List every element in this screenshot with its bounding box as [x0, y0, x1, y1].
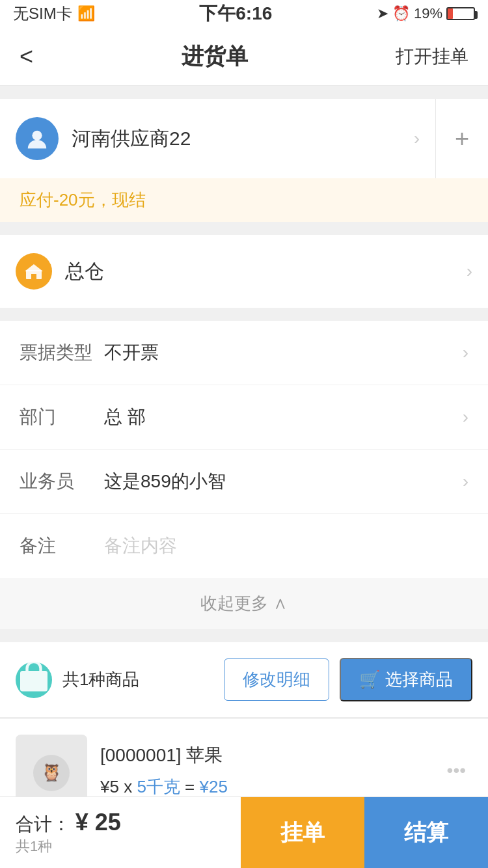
edit-detail-button[interactable]: 修改明细: [224, 658, 329, 701]
form-label-department: 部门: [20, 405, 104, 429]
product-title: 苹果: [186, 745, 223, 765]
warehouse-name: 总仓: [65, 258, 460, 285]
salesperson-chevron-icon: ›: [463, 471, 468, 492]
department-chevron-icon: ›: [463, 407, 468, 427]
wifi-icon: 📶: [77, 5, 95, 22]
form-row-invoice[interactable]: 票据类型 不开票 ›: [0, 321, 488, 385]
svg-text:🦉: 🦉: [41, 762, 62, 783]
status-right: ➤ ⏰ 19%: [377, 5, 475, 22]
quantity: 5千克: [137, 777, 180, 796]
gap-4: [0, 629, 488, 642]
supplier-chevron-icon: ›: [414, 128, 420, 149]
back-button[interactable]: <: [20, 43, 33, 70]
battery-icon: [446, 7, 475, 20]
unit-price: ¥5 x: [100, 777, 137, 796]
carrier-text: 无SIM卡: [13, 3, 72, 24]
warehouse-row[interactable]: 总仓 ›: [0, 235, 488, 308]
total-count: 共1种: [16, 837, 225, 856]
product-thumbnail: 🦉: [16, 735, 87, 806]
hang-order-button[interactable]: 挂单: [241, 797, 364, 869]
battery-fill: [448, 8, 453, 19]
products-icon: [16, 662, 52, 698]
form-row-remark[interactable]: 备注 备注内容: [0, 514, 488, 578]
battery-percent: 19%: [414, 5, 442, 22]
add-supplier-button[interactable]: +: [436, 99, 488, 178]
form-value-salesperson: 这是859的小智: [104, 469, 456, 494]
total-price: ¥25: [200, 777, 228, 796]
product-code: [0000001]: [100, 745, 186, 765]
nav-bar: < 进货单 打开挂单: [0, 27, 488, 86]
svg-point-0: [32, 131, 42, 141]
alarm-icon: ⏰: [392, 5, 410, 22]
form-label-salesperson: 业务员: [20, 469, 104, 494]
form-value-invoice: 不开票: [104, 340, 456, 365]
total-label: 合计：: [16, 814, 70, 834]
form-label-remark: 备注: [20, 534, 104, 558]
gap-1: [0, 86, 488, 99]
form-label-invoice: 票据类型: [20, 340, 104, 365]
svg-marker-2: [25, 264, 43, 271]
supplier-section: 河南供应商22 › +: [0, 99, 488, 178]
total-amount: ¥ 25: [75, 809, 121, 835]
product-count: 共1种商品: [62, 668, 213, 691]
form-row-department[interactable]: 部门 总 部 ›: [0, 385, 488, 450]
product-price-line: ¥5 x 5千克 = ¥25: [100, 776, 427, 798]
form-row-salesperson[interactable]: 业务员 这是859的小智 ›: [0, 450, 488, 514]
gap-3: [0, 308, 488, 321]
thin-gap-1: [0, 717, 488, 718]
invoice-chevron-icon: ›: [463, 342, 468, 363]
cart-icon: 🛒: [359, 670, 380, 690]
supplier-avatar: [16, 117, 59, 160]
open-pending-button[interactable]: 打开挂单: [396, 44, 468, 69]
product-name: [0000001] 苹果: [100, 743, 427, 768]
supplier-name: 河南供应商22: [72, 126, 407, 152]
select-product-button[interactable]: 🛒 选择商品: [340, 658, 472, 701]
bottom-bar: 合计： ¥ 25 共1种 挂单 结算: [0, 796, 488, 868]
location-icon: ➤: [377, 5, 388, 22]
select-product-label: 选择商品: [385, 668, 453, 691]
warehouse-icon: [16, 253, 52, 290]
gap-2: [0, 222, 488, 235]
status-bar: 无SIM卡 📶 下午6:16 ➤ ⏰ 19%: [0, 0, 488, 27]
supplier-selector[interactable]: 河南供应商22 ›: [0, 99, 436, 178]
products-header: 共1种商品 修改明细 🛒 选择商品: [0, 642, 488, 717]
status-time: 下午6:16: [199, 1, 272, 26]
product-more-button[interactable]: •••: [441, 753, 472, 787]
supplier-notice: 应付-20元，现结: [0, 178, 488, 222]
product-info: [0000001] 苹果 ¥5 x 5千克 = ¥25: [100, 743, 427, 798]
form-value-department: 总 部: [104, 405, 456, 429]
svg-rect-3: [31, 274, 36, 279]
page-title: 进货单: [182, 42, 248, 72]
total-section: 合计： ¥ 25 共1种: [0, 809, 241, 856]
form-section: 票据类型 不开票 › 部门 总 部 › 业务员 这是859的小智 › 备注 备注…: [0, 321, 488, 578]
svg-rect-4: [20, 671, 47, 692]
status-left: 无SIM卡 📶: [13, 3, 95, 24]
equals: =: [185, 777, 199, 796]
checkout-button[interactable]: 结算: [364, 797, 488, 869]
collapse-button[interactable]: 收起更多 ∧: [0, 578, 488, 629]
warehouse-chevron-icon: ›: [467, 261, 472, 282]
form-placeholder-remark: 备注内容: [104, 534, 468, 558]
